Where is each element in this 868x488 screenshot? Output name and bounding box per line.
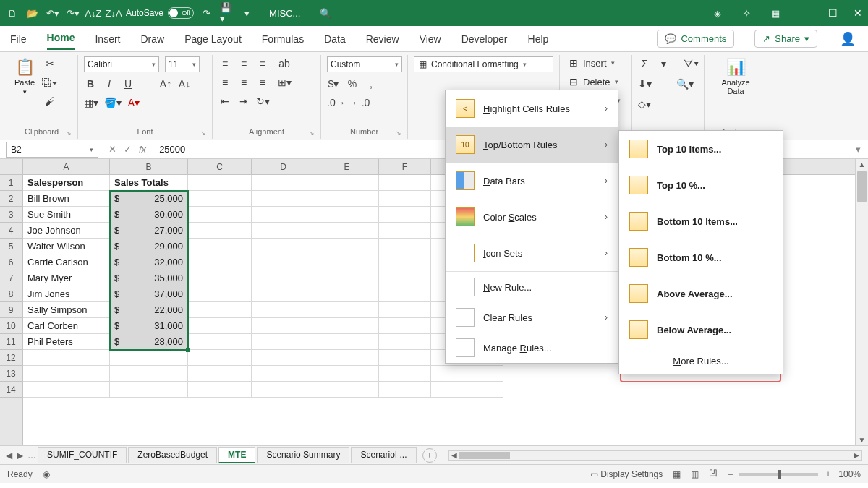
- number-format-dropdown[interactable]: Custom▾: [327, 56, 402, 72]
- tab-review[interactable]: Review: [366, 29, 399, 49]
- tab-home[interactable]: Home: [47, 27, 75, 50]
- sheet-more-icon[interactable]: …: [27, 450, 36, 461]
- zoom-control[interactable]: − ＋ 100%: [728, 468, 861, 480]
- cell[interactable]: [188, 382, 252, 398]
- col-header[interactable]: D: [252, 159, 315, 174]
- cell[interactable]: [252, 270, 315, 286]
- percent-icon[interactable]: %: [346, 77, 359, 91]
- cell[interactable]: [379, 175, 431, 191]
- scroll-left-icon[interactable]: ◀: [449, 451, 459, 460]
- row-header[interactable]: 7: [0, 270, 22, 286]
- cf-menu-item[interactable]: Icon Sets›: [446, 235, 618, 271]
- cell[interactable]: [315, 239, 379, 254]
- save-icon[interactable]: 💾▾: [220, 7, 233, 20]
- cell[interactable]: [431, 366, 503, 382]
- new-file-icon[interactable]: 🗋: [6, 7, 19, 20]
- tab-help[interactable]: Help: [528, 29, 549, 49]
- cell[interactable]: Sales Totals: [110, 175, 188, 191]
- cell[interactable]: [188, 286, 252, 302]
- cell[interactable]: Carl Corben: [23, 318, 110, 334]
- cell[interactable]: [315, 254, 379, 270]
- sort-desc-icon[interactable]: Z↓A: [107, 7, 120, 20]
- cut-icon[interactable]: ✂: [42, 56, 57, 71]
- expand-formula-icon[interactable]: ▾: [848, 144, 868, 155]
- cell[interactable]: Walter Wilson: [23, 239, 110, 254]
- row-header[interactable]: 9: [0, 302, 22, 318]
- cell[interactable]: [315, 207, 379, 223]
- open-file-icon[interactable]: 📂: [26, 7, 39, 20]
- cell[interactable]: [188, 207, 252, 223]
- cell[interactable]: [252, 334, 315, 350]
- dialog-launcher-icon[interactable]: ↘: [309, 129, 315, 137]
- row-header[interactable]: 5: [0, 239, 22, 254]
- sheet-tab[interactable]: MTE: [218, 447, 255, 463]
- cell[interactable]: [315, 350, 379, 366]
- cf-menu-item[interactable]: Clear Rules›: [446, 302, 618, 333]
- cell[interactable]: Salesperson: [23, 175, 110, 191]
- sheet-tab[interactable]: Scenario Summary: [257, 447, 349, 463]
- paste-button[interactable]: 📋 Paste ▾: [12, 56, 38, 97]
- cell[interactable]: [379, 207, 431, 223]
- tab-data[interactable]: Data: [324, 29, 346, 49]
- analyze-data-button[interactable]: 📊 Analyze Data: [710, 56, 761, 97]
- cell[interactable]: [379, 223, 431, 239]
- macro-record-icon[interactable]: ◉: [43, 469, 50, 479]
- cell[interactable]: [252, 382, 315, 398]
- cell[interactable]: [379, 270, 431, 286]
- sheet-next-icon[interactable]: ▶: [17, 450, 23, 461]
- tb-menu-item[interactable]: Bottom 10 %...: [619, 239, 783, 275]
- tab-formulas[interactable]: Formulas: [262, 29, 304, 49]
- cf-menu-item[interactable]: <Highlight Cells Rules›: [446, 90, 618, 127]
- name-box[interactable]: B2▾: [6, 142, 98, 158]
- comments-button[interactable]: 💬 Comments: [657, 30, 734, 48]
- cell[interactable]: [188, 223, 252, 239]
- minimize-icon[interactable]: —: [802, 7, 812, 19]
- confirm-edit-icon[interactable]: ✓: [124, 144, 132, 155]
- cell[interactable]: Sally Simpson: [23, 302, 110, 318]
- cell[interactable]: [23, 366, 110, 382]
- cell[interactable]: [315, 318, 379, 334]
- col-header[interactable]: A: [23, 159, 110, 174]
- view-normal-icon[interactable]: ▦: [673, 469, 681, 479]
- currency-icon[interactable]: $▾: [327, 77, 340, 91]
- cell[interactable]: [188, 350, 252, 366]
- copy-icon[interactable]: ⿻▾: [42, 75, 57, 90]
- cell[interactable]: [379, 254, 431, 270]
- cell[interactable]: [315, 191, 379, 207]
- cell[interactable]: [379, 286, 431, 302]
- fill-color-icon[interactable]: 🪣▾: [104, 95, 122, 110]
- tb-menu-item[interactable]: Top 10 %...: [619, 167, 783, 203]
- align-top-icon[interactable]: ≡: [218, 56, 231, 71]
- fill-icon[interactable]: ⬇▾: [638, 77, 652, 91]
- view-break-icon[interactable]: 凹: [709, 468, 718, 480]
- cell[interactable]: Bill Brown: [23, 191, 110, 207]
- autosum-icon[interactable]: Σ: [638, 56, 651, 71]
- align-middle-icon[interactable]: ≡: [237, 56, 250, 71]
- cell[interactable]: [252, 239, 315, 254]
- cf-menu-item[interactable]: Color Scales›: [446, 199, 618, 235]
- display-settings-button[interactable]: ▭ Display Settings: [590, 469, 663, 479]
- row-header[interactable]: 4: [0, 223, 22, 239]
- increase-indent-icon[interactable]: ⇥: [237, 94, 250, 108]
- sort-filter-icon[interactable]: ᗊ▾: [685, 56, 698, 71]
- zoom-in-icon[interactable]: ＋: [824, 468, 833, 480]
- vertical-scrollbar[interactable]: ▲ ▼: [855, 159, 868, 445]
- ribbon-mode-icon[interactable]: ▦: [769, 7, 782, 20]
- cell[interactable]: [110, 382, 188, 398]
- cell[interactable]: [188, 318, 252, 334]
- tb-menu-item[interactable]: Below Average...: [619, 312, 783, 348]
- font-name-dropdown[interactable]: Calibri▾: [84, 56, 159, 72]
- shrink-font-icon[interactable]: A↓: [178, 77, 191, 91]
- redo2-icon[interactable]: ↷: [200, 7, 213, 20]
- underline-button[interactable]: U: [122, 77, 135, 91]
- account-icon[interactable]: 👤: [838, 29, 858, 49]
- row-header[interactable]: 8: [0, 286, 22, 302]
- insert-button[interactable]: ⊞Insert▾: [566, 56, 626, 69]
- cell[interactable]: $29,000: [110, 239, 188, 254]
- dialog-launcher-icon[interactable]: ↘: [200, 129, 206, 137]
- borders-icon[interactable]: ▦▾: [84, 95, 98, 110]
- cell[interactable]: [252, 302, 315, 318]
- grow-font-icon[interactable]: A↑: [159, 77, 172, 91]
- diamond-icon[interactable]: ◈: [711, 7, 724, 20]
- row-header[interactable]: 1: [0, 175, 22, 191]
